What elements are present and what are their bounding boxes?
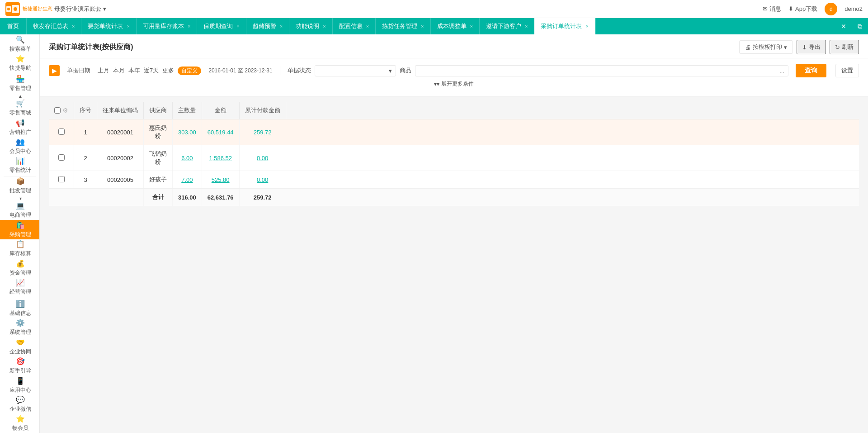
sidebar-item-enterprise-wechat[interactable]: 💬 企业微信 bbox=[0, 395, 39, 414]
tab-expiry-query[interactable]: 保质期查询 × bbox=[197, 18, 246, 34]
goods-input[interactable]: ... bbox=[415, 65, 788, 76]
close-icon[interactable]: × bbox=[280, 24, 283, 29]
close-icon[interactable]: × bbox=[470, 24, 473, 29]
tab-receive-summary-label: 收发存汇总表 bbox=[33, 22, 68, 30]
tab-invite-downstream[interactable]: 邀请下游客户 × bbox=[480, 18, 534, 34]
row-paid[interactable]: 259.72 bbox=[239, 119, 286, 145]
table-row: 3 00020005 好孩子 7.00 525.80 0.00 bbox=[49, 171, 859, 189]
print-button[interactable]: 🖨 按模板打印 ▾ bbox=[739, 40, 793, 54]
workspace-selector[interactable]: 母婴行业演示账套 ▾ bbox=[54, 5, 106, 13]
sidebar-item-wholesale[interactable]: 📦 批发管理 ▾ bbox=[0, 177, 39, 201]
restore-window-btn[interactable]: ⧉ bbox=[852, 18, 868, 34]
sidebar-item-finance-label: 资金管理 bbox=[9, 269, 31, 277]
refresh-button[interactable]: ↻ 刷新 bbox=[830, 40, 859, 54]
top-bar: 畅捷通好生意 母婴行业演示账套 ▾ ✉ 消息 ⬇ App下载 d demo2 bbox=[0, 0, 868, 18]
filter-area: ▶ 单据日期 上月 本月 本年 近7天 更多 自定义 2016-01-01 至 … bbox=[40, 58, 868, 96]
sidebar-item-retail-stats[interactable]: 📊 零售统计 bbox=[0, 156, 39, 175]
operations-icon: 📈 bbox=[16, 278, 25, 287]
th-unit-code: 往来单位编码 bbox=[97, 102, 144, 119]
sidebar-item-wholesale-label: 批发管理 bbox=[9, 187, 31, 195]
sidebar-item-member[interactable]: ⭐ 畅会员 bbox=[0, 414, 39, 433]
printer-icon: 🖨 bbox=[745, 44, 751, 51]
settings-button[interactable]: 设置 bbox=[835, 64, 859, 77]
row-checkbox[interactable] bbox=[49, 119, 74, 145]
sidebar-item-finance[interactable]: 💰 资金管理 bbox=[0, 258, 39, 277]
tab-config-info[interactable]: 配置信息 × bbox=[333, 18, 376, 34]
select-all-checkbox[interactable] bbox=[54, 107, 61, 114]
tab-function-desc[interactable]: 功能说明 × bbox=[289, 18, 332, 34]
sidebar-item-retail-mall[interactable]: 🛒 零售商城 bbox=[0, 99, 39, 118]
row-no: 1 bbox=[74, 119, 97, 145]
row-qty[interactable]: 303.00 bbox=[173, 119, 202, 145]
goods-more-icon: ... bbox=[779, 67, 784, 74]
tab-config-info-label: 配置信息 bbox=[339, 22, 363, 30]
tab-cost-adjust[interactable]: 成本调整单 × bbox=[431, 18, 480, 34]
data-table: ⚙ 序号 往来单位编码 供应商 主数量 金额 累计付款金额 1 bbox=[49, 102, 859, 206]
sidebar-item-quick-nav-label: 快捷导航 bbox=[9, 64, 31, 72]
row-extra bbox=[286, 145, 859, 171]
row-qty[interactable]: 6.00 bbox=[173, 145, 202, 171]
shortcut-this-month[interactable]: 本月 bbox=[113, 67, 125, 75]
status-select[interactable]: ▾ bbox=[315, 65, 396, 76]
close-icon[interactable]: × bbox=[421, 24, 424, 29]
shortcut-last-month[interactable]: 上月 bbox=[98, 67, 109, 75]
row-amount[interactable]: 1,586.52 bbox=[202, 145, 239, 171]
tab-pick-task[interactable]: 拣货任务管理 × bbox=[376, 18, 430, 34]
sidebar-item-marketing[interactable]: 📢 营销推广 bbox=[0, 118, 39, 137]
app-download-btn[interactable]: ⬇ App下载 bbox=[788, 5, 817, 13]
tab-order-summary[interactable]: 要货单统计表 × bbox=[81, 18, 136, 34]
sidebar-item-retail[interactable]: 🏪 零售管理 ▲ bbox=[0, 75, 39, 99]
close-icon[interactable]: × bbox=[127, 24, 129, 29]
close-icon[interactable]: × bbox=[72, 24, 75, 29]
close-icon[interactable]: × bbox=[188, 24, 190, 29]
sidebar-item-members[interactable]: 👥 会员中心 bbox=[0, 137, 39, 156]
custom-date-badge[interactable]: 自定义 bbox=[178, 67, 201, 75]
tab-receive-summary[interactable]: 收发存汇总表 × bbox=[27, 18, 81, 34]
shortcut-7-days[interactable]: 近7天 bbox=[144, 67, 159, 75]
row-amount[interactable]: 525.80 bbox=[202, 171, 239, 189]
export-icon: ⬇ bbox=[802, 44, 807, 51]
sidebar-item-operations[interactable]: 📈 经营管理 bbox=[0, 277, 39, 296]
close-icon[interactable]: × bbox=[585, 24, 588, 29]
workspace-arrow: ▾ bbox=[103, 5, 106, 12]
username[interactable]: demo2 bbox=[844, 5, 863, 12]
row-qty[interactable]: 7.00 bbox=[173, 171, 202, 189]
sidebar-item-system[interactable]: ⚙️ 系统管理 bbox=[0, 318, 39, 337]
sidebar-item-basics[interactable]: ℹ️ 基础信息 bbox=[0, 299, 39, 318]
shortcut-more[interactable]: 更多 bbox=[162, 67, 174, 75]
table-header-row: ⚙ 序号 往来单位编码 供应商 主数量 金额 累计付款金额 bbox=[49, 102, 859, 119]
query-button[interactable]: 查询 bbox=[796, 64, 826, 77]
message-btn[interactable]: ✉ 消息 bbox=[763, 5, 781, 13]
sidebar-item-search[interactable]: 🔍 搜索菜单 bbox=[0, 34, 39, 53]
sidebar-item-inventory[interactable]: 📋 库存核算 bbox=[0, 239, 39, 258]
column-settings-icon[interactable]: ⚙ bbox=[62, 107, 68, 114]
main-layout: 🔍 搜索菜单 ⭐ 快捷导航 🏪 零售管理 ▲ 🛒 零售商城 📢 营销推广 👥 会… bbox=[0, 34, 868, 433]
tab-purchase-summary[interactable]: 采购订单统计表 × bbox=[534, 18, 595, 34]
filter-toggle-button[interactable]: ▶ bbox=[49, 65, 60, 76]
tab-home[interactable]: 首页 bbox=[0, 18, 27, 34]
close-icon[interactable]: × bbox=[323, 24, 326, 29]
row-checkbox[interactable] bbox=[49, 145, 74, 171]
export-button[interactable]: ⬇ 导出 bbox=[797, 40, 826, 54]
sidebar-item-app-center[interactable]: 📱 应用中心 bbox=[0, 376, 39, 395]
sidebar-item-new-guide[interactable]: 🎯 新手引导 bbox=[0, 356, 39, 375]
sidebar-item-purchase[interactable]: 🛍️ 采购管理 bbox=[0, 220, 39, 239]
tab-available-stock[interactable]: 可用量库存账本 × bbox=[137, 18, 197, 34]
close-icon[interactable]: × bbox=[366, 24, 369, 29]
chevron-up-icon: ▲ bbox=[18, 94, 23, 99]
close-icon[interactable]: × bbox=[525, 24, 528, 29]
close-window-btn[interactable]: ✕ bbox=[835, 18, 852, 34]
footer-empty-no bbox=[74, 189, 97, 206]
expand-more-btn[interactable]: ▾▾ 展开更多条件 bbox=[49, 77, 859, 90]
row-paid[interactable]: 0.00 bbox=[239, 145, 286, 171]
sidebar-item-quick-nav[interactable]: ⭐ 快捷导航 bbox=[0, 53, 39, 72]
sidebar-item-enterprise-coop[interactable]: 🤝 企业协同 bbox=[0, 337, 39, 356]
close-icon[interactable]: × bbox=[236, 24, 239, 29]
sidebar-item-ecommerce[interactable]: 💻 电商管理 bbox=[0, 201, 39, 220]
tab-overstock-warning[interactable]: 超储预警 × bbox=[246, 18, 289, 34]
row-amount[interactable]: 60,519.44 bbox=[202, 119, 239, 145]
tab-invite-downstream-label: 邀请下游客户 bbox=[486, 22, 521, 30]
row-paid[interactable]: 0.00 bbox=[239, 171, 286, 189]
shortcut-this-year[interactable]: 本年 bbox=[128, 67, 140, 75]
row-checkbox[interactable] bbox=[49, 171, 74, 189]
